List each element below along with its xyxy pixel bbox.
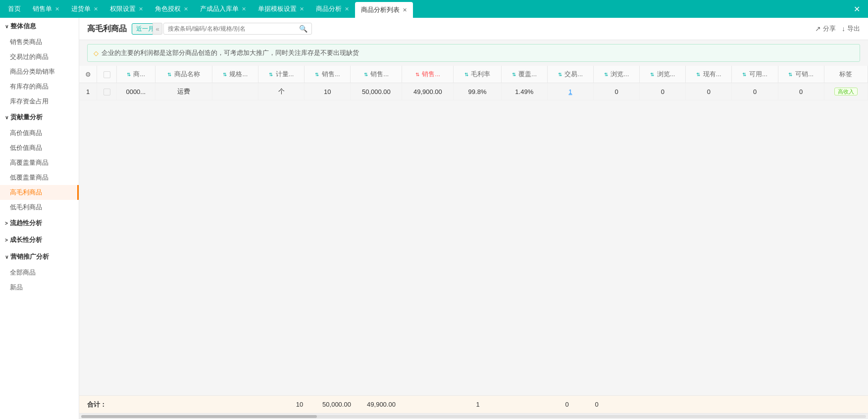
scrollbar-track[interactable] bbox=[81, 415, 866, 418]
table-header-row: ⚙ ⇅ 商... ⇅ 商品名称 bbox=[79, 66, 868, 83]
col-name[interactable]: ⇅ 商品名称 bbox=[155, 66, 212, 83]
tab-purchase[interactable]: 进货单 ✕ bbox=[65, 0, 104, 18]
sidebar-item-low-coverage[interactable]: 低覆盖量商品 bbox=[0, 170, 79, 185]
col-browse2[interactable]: ⇅ 浏览... bbox=[640, 66, 686, 83]
col-current[interactable]: ⇅ 现有... bbox=[686, 66, 732, 83]
tab-close-role[interactable]: ✕ bbox=[184, 6, 188, 12]
cell-unit: 个 bbox=[258, 83, 305, 100]
arrow-icon-trend: > bbox=[5, 221, 8, 226]
table-row: 1 0000... 运费 个 10 50,000.00 49,900.00 99… bbox=[79, 83, 868, 100]
cell-coverage: 1.49% bbox=[501, 83, 547, 100]
window-close-button[interactable]: ✕ bbox=[852, 2, 862, 16]
tab-role[interactable]: 角色授权 ✕ bbox=[149, 0, 194, 18]
table-wrapper: ⚙ ⇅ 商... ⇅ 商品名称 bbox=[79, 66, 868, 395]
footer-current: 0 bbox=[552, 401, 582, 408]
sidebar-section-trend[interactable]: > 流趋性分析 bbox=[0, 215, 79, 232]
tab-product-inbound[interactable]: 产成品入库单 ✕ bbox=[194, 0, 252, 18]
col-code[interactable]: ⇅ 商... bbox=[117, 66, 155, 83]
cell-seq: 1 bbox=[79, 83, 97, 100]
arrow-icon-growth: > bbox=[5, 237, 8, 243]
tab-close-product-inbound[interactable]: ✕ bbox=[242, 6, 246, 12]
col-sale2[interactable]: ⇅ 销售... bbox=[351, 66, 402, 83]
col-seq: ⚙ bbox=[79, 66, 97, 83]
sidebar-item-sales-goods[interactable]: 销售类商品 bbox=[0, 35, 79, 49]
sidebar-item-high-value[interactable]: 高价值商品 bbox=[0, 126, 79, 140]
sort-icon-browse2: ⇅ bbox=[650, 72, 654, 77]
horizontal-scrollbar[interactable] bbox=[79, 413, 868, 419]
sidebar-item-low-value[interactable]: 低价值商品 bbox=[0, 140, 79, 155]
sort-icon-sale2: ⇅ bbox=[364, 72, 368, 77]
main-layout: ∨ 整体信息 销售类商品 交易过的商品 商品分类助销率 有库存的商品 库存资金占… bbox=[0, 18, 868, 419]
tab-homepage[interactable]: 首页 bbox=[2, 0, 27, 18]
sidebar-item-low-margin[interactable]: 低毛利商品 bbox=[0, 200, 79, 215]
sidebar-section-overview[interactable]: ∨ 整体信息 bbox=[0, 18, 79, 35]
export-button[interactable]: ↓ 导出 bbox=[842, 24, 860, 33]
col-unit[interactable]: ⇅ 计量... bbox=[258, 66, 305, 83]
sidebar-section-contribution[interactable]: ∨ 贡献量分析 bbox=[0, 109, 79, 126]
cell-browse2: 0 bbox=[640, 83, 686, 100]
settings-icon[interactable]: ⚙ bbox=[85, 71, 91, 78]
cell-sale1: 10 bbox=[305, 83, 351, 100]
sort-icon-available: ⇅ bbox=[742, 72, 746, 77]
sidebar-item-inventory-capital[interactable]: 库存资金占用 bbox=[0, 94, 79, 109]
row-checkbox[interactable] bbox=[103, 89, 110, 95]
sidebar-section-marketing[interactable]: ∨ 营销推广分析 bbox=[0, 248, 79, 265]
cell-sale3: 49,900.00 bbox=[402, 83, 454, 100]
tab-close-template[interactable]: ✕ bbox=[300, 6, 304, 12]
cell-current: 0 bbox=[686, 83, 732, 100]
cell-name: 运费 bbox=[155, 83, 212, 100]
footer-sale2: 50,000.00 bbox=[314, 401, 359, 408]
arrow-icon-marketing: ∨ bbox=[5, 254, 8, 260]
sort-icon-trade: ⇅ bbox=[558, 72, 562, 77]
sidebar-item-high-coverage[interactable]: 高覆盖量商品 bbox=[0, 155, 79, 170]
sidebar-item-traded-goods[interactable]: 交易过的商品 bbox=[0, 49, 79, 64]
page-title: 高毛利商品 bbox=[87, 24, 127, 34]
tag-badge: 高收入 bbox=[834, 88, 858, 95]
col-trade[interactable]: ⇅ 交易... bbox=[547, 66, 593, 83]
col-spec[interactable]: ⇅ 规格... bbox=[212, 66, 258, 83]
select-all-checkbox[interactable] bbox=[103, 71, 110, 78]
scrollbar-thumb[interactable] bbox=[81, 415, 317, 418]
col-browse1[interactable]: ⇅ 浏览... bbox=[594, 66, 640, 83]
tab-permission[interactable]: 权限设置 ✕ bbox=[104, 0, 149, 18]
info-banner: ◇ 企业的主要的利润都是这部分商品创造的，可考虑加大推广，同时关注库存是不要出现… bbox=[87, 44, 860, 62]
col-sale1[interactable]: ⇅ 销售... bbox=[305, 66, 351, 83]
cell-sale2: 50,000.00 bbox=[351, 83, 402, 100]
tab-close-permission[interactable]: ✕ bbox=[139, 6, 143, 12]
search-input[interactable] bbox=[168, 25, 299, 32]
sidebar-collapse-button[interactable]: « bbox=[153, 23, 162, 35]
col-saleable[interactable]: ⇅ 可销... bbox=[778, 66, 824, 83]
sidebar-item-all-goods[interactable]: 全部商品 bbox=[0, 265, 79, 280]
tab-close-analysis-list[interactable]: ✕ bbox=[403, 7, 407, 13]
sidebar-section-growth[interactable]: > 成长性分析 bbox=[0, 232, 79, 248]
sidebar-item-in-stock[interactable]: 有库存的商品 bbox=[0, 79, 79, 94]
col-available[interactable]: ⇅ 可用... bbox=[732, 66, 778, 83]
tab-analysis[interactable]: 商品分析 ✕ bbox=[310, 0, 355, 18]
search-icon[interactable]: 🔍 bbox=[299, 25, 307, 33]
col-gross-rate[interactable]: ⇅ 毛利率 bbox=[454, 66, 501, 83]
footer-sale3: 49,900.00 bbox=[359, 401, 404, 408]
sidebar-item-high-margin[interactable]: 高毛利商品 bbox=[0, 185, 79, 200]
tab-close-analysis[interactable]: ✕ bbox=[345, 6, 349, 12]
export-icon: ↓ bbox=[842, 25, 845, 33]
trade-link[interactable]: 1 bbox=[568, 88, 572, 95]
tab-sales-order[interactable]: 销售单 ✕ bbox=[27, 0, 65, 18]
tab-template[interactable]: 单据模板设置 ✕ bbox=[252, 0, 310, 18]
share-button[interactable]: ↗ 分享 bbox=[815, 24, 836, 33]
sort-icon-sale3: ⇅ bbox=[415, 72, 419, 77]
cell-spec bbox=[212, 83, 258, 100]
footer-empty2 bbox=[433, 401, 463, 408]
col-checkbox bbox=[97, 66, 117, 83]
tab-close-purchase[interactable]: ✕ bbox=[94, 6, 98, 12]
cell-available: 0 bbox=[732, 83, 778, 100]
footer-empty1 bbox=[404, 401, 433, 408]
goods-table: ⚙ ⇅ 商... ⇅ 商品名称 bbox=[79, 66, 868, 100]
tab-close-sales[interactable]: ✕ bbox=[55, 6, 59, 12]
col-sale3[interactable]: ⇅ 销售... bbox=[402, 66, 454, 83]
sidebar-item-category-rate[interactable]: 商品分类助销率 bbox=[0, 64, 79, 79]
tab-bar-right: ✕ bbox=[852, 2, 866, 16]
col-coverage[interactable]: ⇅ 覆盖... bbox=[501, 66, 547, 83]
tab-analysis-list[interactable]: 商品分析列表 ✕ bbox=[355, 2, 413, 18]
footer-trade: 1 bbox=[463, 401, 493, 408]
sidebar-item-new-goods[interactable]: 新品 bbox=[0, 280, 79, 295]
